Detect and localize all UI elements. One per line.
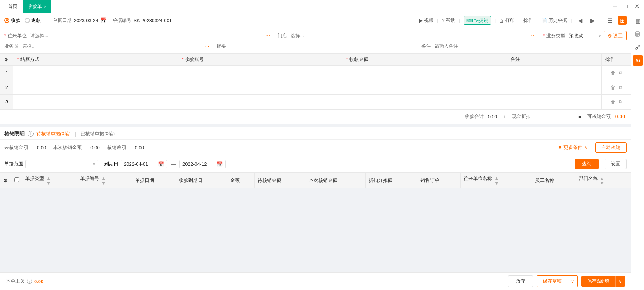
available-value: 0.00 — [615, 114, 625, 119]
nav-tab-receipt[interactable]: 收款单 × — [23, 0, 51, 13]
auto-verify-button[interactable]: 自动核销 — [595, 142, 627, 153]
save-draft-arrow-button[interactable]: ∨ — [568, 275, 578, 287]
store-more-icon[interactable]: ··· — [531, 32, 536, 39]
row1-settlement[interactable] — [13, 66, 178, 80]
salesperson-more-icon[interactable]: ··· — [204, 43, 209, 50]
counterparty-input[interactable] — [29, 32, 262, 39]
summary-input[interactable] — [228, 43, 415, 50]
due-date-label: 到期日 — [104, 161, 118, 167]
maximize-button[interactable]: □ — [621, 2, 630, 11]
abandon-button[interactable]: 放弃 — [508, 275, 533, 287]
row2-delete-icon[interactable]: 🗑 — [610, 85, 616, 90]
save-new-arrow-button[interactable]: ∨ — [615, 276, 625, 287]
btable-gear[interactable]: ⚙ — [0, 173, 11, 188]
sidebar-table-icon[interactable]: ▦ — [633, 16, 643, 26]
receipt-radio[interactable]: 收款 — [4, 17, 20, 24]
minimize-button[interactable]: ─ — [610, 2, 619, 11]
save-new-button[interactable]: 保存&新增 — [581, 276, 615, 287]
help-btn[interactable]: ? 帮助 — [442, 17, 455, 24]
row2-amount[interactable] — [342, 80, 507, 95]
salesperson-input[interactable] — [21, 43, 201, 50]
history-btn[interactable]: 📄 历史单据 — [541, 17, 567, 24]
note-input[interactable] — [433, 43, 627, 50]
calendar-from-icon[interactable]: 📅 — [158, 161, 164, 167]
row3-remark[interactable] — [507, 95, 602, 109]
table-gear-header[interactable]: ⚙ — [0, 54, 13, 66]
date-value: 2023-03-24 — [74, 18, 98, 23]
date-to-input[interactable] — [182, 161, 215, 167]
grid-btn[interactable]: ⊞ — [618, 16, 627, 25]
save-draft-button[interactable]: 保存草稿 — [537, 275, 568, 287]
filter-row: 单据范围 ∨ 到期日 📅 — — [0, 156, 631, 172]
calendar-to-icon[interactable]: 📅 — [217, 161, 223, 167]
btable-th-counterparty[interactable]: 往来单位名称 ▲▼ — [461, 173, 532, 188]
row3-account[interactable] — [178, 95, 342, 109]
range-select[interactable] — [25, 160, 98, 168]
per-page-label: 本单上欠 — [6, 278, 25, 285]
row-num-3: 3 — [0, 95, 13, 109]
business-type-arrow[interactable]: ∨ — [598, 33, 601, 38]
row1-remark[interactable] — [507, 66, 602, 80]
select-all-checkbox[interactable] — [14, 177, 19, 182]
verification-info-icon[interactable]: i — [28, 131, 34, 137]
row2-settlement[interactable] — [13, 80, 178, 95]
next-btn[interactable]: ▶ — [588, 16, 597, 25]
row2-remark[interactable] — [507, 80, 602, 95]
table-settings-button[interactable]: 设置 — [605, 159, 627, 169]
more-conditions-label: 更多条件 ∧ — [564, 145, 588, 150]
print-btn[interactable]: 🖨 打印 — [499, 17, 515, 24]
btable-th-date: 单据日期 — [132, 173, 176, 188]
receipt-refund-toggle: 收款 退款 — [4, 17, 41, 24]
date-from-input[interactable] — [124, 161, 157, 167]
settings-button[interactable]: ⚙ 设置 — [604, 31, 627, 40]
row3-copy-icon[interactable]: ⧉ — [619, 99, 622, 105]
discount-input[interactable] — [536, 114, 573, 119]
home-label: 首页 — [8, 3, 17, 10]
summary-group: 摘要 — [209, 43, 415, 50]
row1-delete-icon[interactable]: 🗑 — [610, 70, 616, 76]
calendar-icon[interactable]: 📅 — [101, 17, 107, 23]
shortcut-btn[interactable]: ⌨ 快捷键 — [464, 16, 491, 25]
sidebar-document-icon[interactable] — [633, 29, 643, 39]
row1-account[interactable] — [178, 66, 342, 80]
close-tab-icon[interactable]: × — [44, 4, 46, 9]
counterparty-group: 往来单位 ··· — [4, 32, 270, 39]
receipt-header: 收款 退款 单据日期 2023-03-24 📅 单据编号 SK-20230324… — [0, 13, 631, 28]
more-conditions-btn[interactable]: ▼ 更多条件 ∧ — [558, 144, 588, 151]
query-button[interactable]: 查询 — [575, 159, 599, 169]
nav-tab-home[interactable]: 首页 — [3, 0, 23, 13]
per-page-info-icon[interactable]: i — [27, 279, 32, 284]
sidebar-ai-icon[interactable]: Ai — [633, 55, 643, 66]
row2-copy-icon[interactable]: ⧉ — [619, 84, 622, 90]
row1-copy-icon[interactable]: ⧉ — [619, 70, 622, 76]
sidebar-link-icon[interactable] — [633, 42, 643, 52]
operation-label: 操作 — [523, 17, 533, 24]
layout-btn[interactable]: ☰ — [605, 16, 614, 25]
sort-arrows-no: ▲▼ — [101, 176, 106, 185]
plus-sign: + — [503, 114, 506, 119]
salesperson-group: 业务员 ··· — [4, 43, 209, 50]
row3-delete-icon[interactable]: 🗑 — [610, 99, 616, 105]
row3-amount[interactable] — [342, 95, 507, 109]
table-container: ⚙ 结算方式 收款账号 收款金额 备注 操作 1 — [0, 53, 631, 110]
business-type-value: 预收款 — [568, 32, 597, 40]
window-close-button[interactable]: ✕ — [632, 2, 641, 11]
summary-row: 收款合计 0.00 + 现金折扣: = 可核销金额 0.00 — [0, 110, 631, 124]
prev-btn[interactable]: ◀ — [576, 16, 585, 25]
btable-th-pending: 待核销金额 — [254, 173, 306, 188]
operation-btn[interactable]: 操作 — [523, 17, 533, 24]
video-btn[interactable]: ▶ 视频 — [419, 17, 433, 24]
btable-th-no[interactable]: 单据编号 ▲▼ — [77, 173, 132, 188]
btable-th-type[interactable]: 单据类型 ▲▼ — [22, 173, 77, 188]
btable-th-dept[interactable]: 部门名称 ▲▼ — [576, 173, 631, 188]
row3-settlement[interactable] — [13, 95, 178, 109]
completed-tab[interactable]: 已核销单据(0笔) — [80, 130, 115, 137]
pending-tab[interactable]: 待核销单据(0笔) — [36, 130, 71, 137]
counterparty-more-icon[interactable]: ··· — [265, 32, 270, 39]
shortcut-icon: ⌨ — [466, 18, 473, 23]
row2-account[interactable] — [178, 80, 342, 95]
store-input[interactable] — [289, 32, 527, 39]
row1-amount[interactable] — [342, 66, 507, 80]
refund-radio[interactable]: 退款 — [25, 17, 41, 24]
verification-table: ⚙ 单据类型 ▲▼ 单据编号 ▲▼ — [0, 172, 631, 188]
